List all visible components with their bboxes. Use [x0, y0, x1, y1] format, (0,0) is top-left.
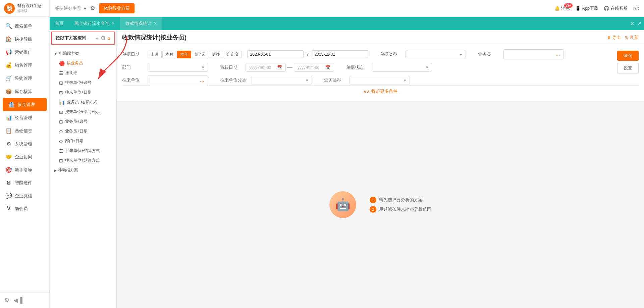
review-date-from[interactable]: yyyy-mm-dd 📅 — [246, 63, 286, 72]
sidebar-item-guide[interactable]: 🎯 新手引导 — [0, 163, 49, 176]
counterpart-label: 往来单位 — [122, 77, 142, 83]
tree-item-counterpart-settle2[interactable]: ⊞ 往来单位+结算方式 — [50, 156, 116, 165]
refresh-button[interactable]: ↻ 刷新 — [625, 35, 639, 41]
date-btn-more[interactable]: 更多 — [209, 51, 223, 58]
export-button[interactable]: ⬆ 导出 — [607, 35, 621, 41]
notification-button[interactable]: 🔔 消息 99+ — [554, 5, 570, 11]
collapse-icon[interactable]: ◀▐ — [13, 297, 22, 304]
sidebar-item-finance[interactable]: 🏦 资金管理 — [3, 98, 47, 111]
phone-icon: 📱 — [575, 6, 581, 11]
tab-bank-close[interactable]: ✕ — [111, 21, 115, 26]
biz-type-arrow: ▾ — [404, 78, 406, 83]
collapse-bar[interactable]: ∧∧ 收起更多条件 — [122, 85, 639, 97]
doc-status-select[interactable]: ▾ — [372, 63, 432, 72]
tree-item-counterpart-settle1[interactable]: ☰ 往来单位+结算方式 — [50, 146, 116, 156]
inventory-icon: 📦 — [5, 88, 12, 95]
sidebar-item-system[interactable]: ⚙ 系统管理 — [0, 137, 49, 150]
tree-item-by-salesperson[interactable]: 🔴 按业务员 — [50, 58, 116, 68]
header-gear-icon[interactable]: ⚙ — [89, 4, 96, 13]
tab-bank[interactable]: 现金银行流水查询 ✕ — [69, 17, 120, 30]
date-separator: 至 — [305, 51, 310, 58]
tree-item-icon-ss: 📊 — [59, 100, 65, 105]
tree-item-salesperson-settle[interactable]: 📊 业务员+结算方式 — [50, 97, 116, 107]
tab-expand-icon[interactable]: ⤢ — [637, 20, 641, 27]
sidebar: 畅 畅捷通好生意 标准版 🔍 搜索菜单 🏠 快捷导航 📢 营销推广 💰 销售管理… — [0, 0, 50, 308]
left-panel-icons: + ⚙ « — [96, 35, 110, 41]
date-to-input[interactable] — [312, 50, 368, 58]
tab-receipt-close[interactable]: ✕ — [154, 21, 157, 26]
calendar-icon2: 📅 — [325, 65, 330, 70]
tab-receipt[interactable]: 收款情况统计 ✕ — [120, 17, 162, 30]
header-right: 🔔 消息 99+ 📱 App下载 🎧 在线客服 Rit — [554, 5, 639, 11]
counterpart-more[interactable]: ... — [200, 77, 204, 83]
doc-status-arrow: ▾ — [426, 65, 428, 70]
left-panel-title: 按以下方案查询 — [56, 35, 86, 41]
settings-bottom-icon[interactable]: ⚙ — [4, 297, 9, 304]
tree-item-salesperson-date[interactable]: ⊙ 业务员+日期 — [50, 126, 116, 136]
trial-button[interactable]: 体验行业方案 — [99, 3, 135, 13]
settings-button[interactable]: 设置 — [617, 63, 639, 73]
date-from-input[interactable] — [247, 50, 304, 58]
doc-type-select[interactable]: ▾ — [406, 50, 466, 59]
tree-item-counterpart-date[interactable]: ⊞ 往来单位+日期 — [50, 88, 116, 97]
user-name: Rit — [633, 6, 639, 11]
salesperson-more[interactable]: ... — [555, 51, 560, 57]
empty-step-1: 1 请先选择要分析的方案 — [370, 197, 431, 203]
tree-item-by-detail[interactable]: ☰ 按明细 — [50, 68, 116, 78]
tree-item-salesperson-account[interactable]: ⊞ 业务员+账号 — [50, 117, 116, 126]
filter-row-dept: 部门 ▾ 审核日期 yyyy-mm-dd 📅 — — [122, 63, 612, 72]
scheme-settings-icon[interactable]: ⚙ — [101, 35, 105, 41]
tree-group-mobile[interactable]: ▶ 移动端方案 — [50, 165, 116, 175]
review-date-to[interactable]: yyyy-mm-dd 📅 — [294, 63, 334, 72]
sidebar-item-wechat[interactable]: 💬 企业微信 — [0, 189, 49, 202]
dept-select[interactable]: ▾ — [148, 63, 208, 72]
tab-close-all-icon[interactable]: ✕ — [630, 20, 634, 27]
sidebar-item-quicknav[interactable]: 🏠 快捷导航 — [0, 33, 49, 46]
tab-bar: 首页 现金银行流水查询 ✕ 收款情况统计 ✕ ✕ ⤢ — [50, 17, 644, 30]
sidebar-item-member[interactable]: V 畅会员 — [0, 202, 49, 215]
date-btn-custom[interactable]: 自定义 — [224, 51, 242, 58]
collapse-panel-icon[interactable]: « — [107, 35, 110, 41]
marketing-icon: 📢 — [5, 49, 12, 55]
tree-item-counterpart-account[interactable]: ⊞ 往来单位+账号 — [50, 78, 116, 88]
sidebar-item-sales[interactable]: 💰 销售管理 — [0, 59, 49, 72]
tree-group-pc[interactable]: ▼ 电脑端方案 — [50, 49, 116, 58]
tree-item-icon-spd: ⊙ — [59, 129, 63, 134]
sidebar-item-inventory[interactable]: 📦 库存核算 — [0, 85, 49, 98]
top-header: 畅捷通好生意 ▾ ⚙ 体验行业方案 🔔 消息 99+ 📱 App下载 🎧 在线客… — [50, 0, 644, 17]
breadcrumb-dropdown[interactable]: ▾ — [84, 6, 86, 11]
sidebar-item-enterprise[interactable]: 🤝 企业协同 — [0, 150, 49, 163]
tree-item-counterpart-dept[interactable]: ⊞ 按来单位+部门+收... — [50, 107, 116, 117]
date-btn-this-month[interactable]: 本月 — [162, 51, 176, 58]
date-btn-this-year[interactable]: 本年 — [177, 51, 191, 58]
date-quick-buttons: 上月 本月 本年 近7天 更多 自定义 — [148, 51, 242, 58]
sidebar-item-hardware[interactable]: 🖥 智能硬件 — [0, 176, 49, 189]
tree-item-icon-ca: ⊞ — [59, 80, 63, 86]
tree-section: ▼ 电脑端方案 🔴 按业务员 ☰ 按明细 ⊞ 往来单位+账号 ⊞ 往来单位+日期… — [50, 46, 116, 308]
date-btn-last-month[interactable]: 上月 — [148, 51, 162, 58]
doc-type-label: 单据类型 — [380, 51, 400, 57]
biz-type-select[interactable]: ▾ — [350, 76, 410, 85]
sidebar-item-basic[interactable]: 📋 基础信息 — [0, 124, 49, 137]
review-date-separator: — — [287, 64, 292, 70]
review-date-range: yyyy-mm-dd 📅 — yyyy-mm-dd 📅 — [246, 63, 334, 72]
counterpart-select[interactable]: ... — [148, 75, 208, 85]
guide-icon: 🎯 — [5, 167, 12, 173]
app-download-button[interactable]: 📱 App下载 — [575, 5, 598, 11]
add-scheme-icon[interactable]: + — [96, 35, 99, 41]
sidebar-item-marketing[interactable]: 📢 营销推广 — [0, 46, 49, 59]
tree-item-dept-date[interactable]: ⊙ 部门+日期 — [50, 136, 116, 146]
salesperson-select[interactable]: ... — [503, 49, 564, 59]
tab-home[interactable]: 首页 — [50, 17, 69, 30]
date-btn-7days[interactable]: 近7天 — [192, 51, 208, 58]
query-button[interactable]: 查询 — [617, 51, 639, 61]
enterprise-icon: 🤝 — [5, 154, 12, 160]
counterpart-type-label: 往来单位分类 — [220, 77, 246, 83]
biz-type-label: 业务类型 — [324, 77, 344, 83]
sidebar-item-search[interactable]: 🔍 搜索菜单 — [0, 19, 49, 33]
review-date-label: 审核日期 — [220, 64, 240, 70]
counterpart-type-select[interactable]: ▾ — [252, 76, 312, 85]
sidebar-item-operations[interactable]: 📊 经营管理 — [0, 111, 49, 124]
sidebar-item-purchase[interactable]: 🛒 采购管理 — [0, 72, 49, 85]
online-service-button[interactable]: 🎧 在线客服 — [604, 5, 628, 11]
